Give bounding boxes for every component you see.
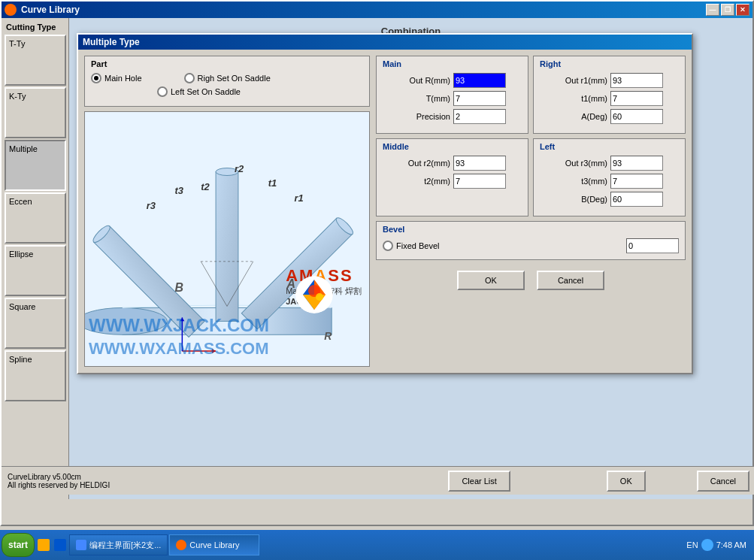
left-out-r3-input[interactable] bbox=[610, 156, 663, 171]
sidebar-item-spline[interactable]: Spline bbox=[5, 350, 66, 401]
right-out-r1-label: Out r1(mm) bbox=[540, 76, 607, 85]
sidebar-item-t-type[interactable]: T-Ty bbox=[5, 35, 66, 86]
main-t-label: T(mm) bbox=[383, 94, 450, 103]
bevel-group: Bevel Fixed Bevel bbox=[376, 221, 686, 260]
cutting-type-header: Cutting Type bbox=[5, 21, 65, 33]
sidebar: Cutting Type T-Ty K-Ty Multiple Eccen El… bbox=[2, 18, 69, 499]
taskbar-item-main-icon bbox=[76, 540, 86, 550]
cancel-button[interactable]: Cancel bbox=[697, 471, 749, 492]
clear-list-button[interactable]: Clear List bbox=[448, 471, 510, 492]
minimize-button[interactable]: — bbox=[706, 4, 719, 16]
radio-main-hole[interactable]: Main Hole bbox=[91, 73, 142, 83]
svg-rect-5 bbox=[216, 172, 238, 322]
left-b-row: B(Deg) bbox=[540, 192, 679, 207]
system-tray: EN 7:48 AM bbox=[680, 539, 752, 551]
modal-body: Part Main Hole Righ Set On Saddle bbox=[78, 50, 692, 373]
modal-left-section: Part Main Hole Righ Set On Saddle bbox=[84, 56, 370, 367]
radio-circle-bevel bbox=[383, 241, 393, 251]
diagram-area: r3 t3 t2 r2 t1 r1 B A R bbox=[84, 111, 370, 367]
main-right-params-row: Main Out R(mm) T(mm) Pr bbox=[376, 56, 686, 134]
right-params-title: Right bbox=[540, 59, 679, 68]
svg-text:B: B bbox=[174, 281, 183, 294]
clock: 7:48 AM bbox=[716, 540, 746, 549]
radio-circle-left bbox=[157, 86, 168, 97]
middle-params-group: Middle Out r2(mm) t2(mm) bbox=[376, 138, 528, 216]
part-label: Part bbox=[91, 59, 363, 68]
main-precision-label: Precision bbox=[383, 112, 450, 121]
bottom-buttons: Clear List OK Cancel bbox=[448, 471, 749, 492]
left-out-r3-label: Out r3(mm) bbox=[540, 159, 607, 168]
left-b-label: B(Deg) bbox=[540, 195, 607, 204]
right-a-label: A(Deg) bbox=[540, 112, 607, 121]
middle-out-r2-input[interactable] bbox=[453, 156, 506, 171]
window-title: Curve Library bbox=[21, 5, 80, 15]
modal-ok-button[interactable]: OK bbox=[457, 271, 525, 290]
svg-text:r3: r3 bbox=[147, 200, 156, 211]
right-out-r1-input[interactable] bbox=[610, 73, 663, 88]
quicklaunch-icon-2[interactable] bbox=[54, 539, 66, 551]
fixed-bevel-label: Fixed Bevel bbox=[396, 241, 439, 250]
status-bar: CurveLibrary v5.00cm All rights reserved… bbox=[2, 466, 754, 495]
taskbar-item-curve[interactable]: Curve Library bbox=[169, 534, 259, 555]
radio-circle-main bbox=[91, 73, 101, 83]
close-button[interactable]: ✕ bbox=[736, 4, 749, 16]
right-t1-input[interactable] bbox=[610, 91, 663, 106]
middle-t2-row: t2(mm) bbox=[383, 174, 522, 189]
sidebar-item-square[interactable]: Square bbox=[5, 298, 66, 349]
main-out-r-input[interactable] bbox=[453, 73, 506, 88]
left-t3-input[interactable] bbox=[610, 174, 663, 189]
modal-title: Multiple Type bbox=[83, 37, 140, 47]
main-out-r-row: Out R(mm) bbox=[383, 73, 522, 88]
left-b-input[interactable] bbox=[610, 192, 663, 207]
right-params-group: Right Out r1(mm) t1(mm) bbox=[533, 56, 686, 134]
main-t-input[interactable] bbox=[453, 91, 506, 106]
sidebar-item-ellipse[interactable]: Ellipse bbox=[5, 245, 66, 296]
svg-text:t2: t2 bbox=[201, 181, 210, 192]
part-group: Part Main Hole Righ Set On Saddle bbox=[84, 56, 370, 107]
right-a-input[interactable] bbox=[610, 109, 663, 124]
lang-indicator[interactable]: EN bbox=[686, 540, 698, 549]
svg-text:r1: r1 bbox=[294, 192, 303, 204]
radio-circle-right bbox=[184, 73, 195, 83]
start-button[interactable]: start bbox=[2, 533, 35, 557]
restore-button[interactable]: ❐ bbox=[721, 4, 734, 16]
left-params-group: Left Out r3(mm) t3(mm) bbox=[533, 138, 686, 216]
main-params-group: Main Out R(mm) T(mm) Pr bbox=[376, 56, 528, 134]
taskbar-item-main[interactable]: 编程主界面[米2支... bbox=[69, 534, 168, 555]
left-t3-label: t3(mm) bbox=[540, 177, 607, 186]
sidebar-item-multiple[interactable]: Multiple bbox=[5, 140, 66, 191]
middle-t2-input[interactable] bbox=[453, 174, 506, 189]
bevel-value-input[interactable] bbox=[626, 238, 679, 253]
sidebar-item-k-type[interactable]: K-Ty bbox=[5, 87, 66, 138]
svg-text:t3: t3 bbox=[174, 185, 183, 196]
ok-button[interactable]: OK bbox=[607, 471, 646, 492]
radio-left-saddle[interactable]: Left Set On Saddle bbox=[157, 86, 241, 97]
sidebar-item-eccentric[interactable]: Eccen bbox=[5, 192, 66, 244]
radio-row-1: Main Hole Righ Set On Saddle bbox=[91, 73, 363, 83]
multiple-type-dialog: Multiple Type Part Main Hole bbox=[77, 33, 693, 374]
taskbar-item-curve-icon bbox=[176, 540, 186, 550]
right-t1-row: t1(mm) bbox=[540, 91, 679, 106]
main-params-title: Main bbox=[383, 59, 522, 68]
taskbar: start 编程主界面[米2支... Curve Library EN 7:48… bbox=[0, 530, 754, 560]
svg-text:r2: r2 bbox=[235, 163, 244, 174]
modal-title-bar: Multiple Type bbox=[78, 35, 692, 50]
app-icon bbox=[5, 4, 17, 16]
bevel-title: Bevel bbox=[383, 225, 679, 234]
status-line2: All rights reserved by HELDIGI bbox=[8, 481, 448, 489]
radio-right-saddle[interactable]: Righ Set On Saddle bbox=[184, 73, 271, 83]
status-text: CurveLibrary v5.00cm All rights reserved… bbox=[8, 473, 448, 489]
left-t3-row: t3(mm) bbox=[540, 174, 679, 189]
watermark-1: WWW.WXJACK.COM bbox=[89, 315, 269, 336]
title-bar-buttons: — ❐ ✕ bbox=[706, 4, 749, 16]
quicklaunch-icon-1[interactable] bbox=[38, 539, 50, 551]
svg-text:R: R bbox=[324, 330, 332, 342]
middle-out-r2-row: Out r2(mm) bbox=[383, 156, 522, 171]
main-t-row: T(mm) bbox=[383, 91, 522, 106]
bevel-row: Fixed Bevel bbox=[383, 238, 679, 253]
main-precision-input[interactable] bbox=[453, 109, 506, 124]
modal-cancel-button[interactable]: Cancel bbox=[537, 271, 604, 290]
radio-fixed-bevel[interactable]: Fixed Bevel bbox=[383, 241, 439, 251]
status-line1: CurveLibrary v5.00cm bbox=[8, 473, 448, 481]
network-icon bbox=[701, 539, 713, 551]
